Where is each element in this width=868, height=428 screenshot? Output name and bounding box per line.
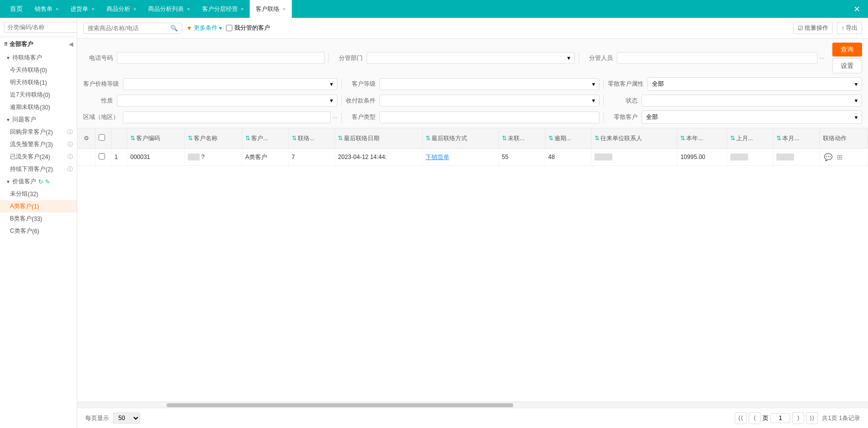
close-tab-product-analysis[interactable]: × [133, 6, 136, 12]
export-button[interactable]: ↑ 导出 [837, 22, 862, 34]
sidebar-search-input[interactable] [4, 22, 77, 33]
select-customer-level[interactable]: ▾ [380, 78, 600, 90]
sidebar-item-repurchase-abnormal[interactable]: 回购异常客户 (2) ⓘ [0, 126, 77, 138]
sidebar-item-churn-warning[interactable]: 流失预警客户 (3) ⓘ [0, 138, 77, 151]
col-unit-contact[interactable]: ⇅往来单位联系人 [592, 128, 677, 149]
main-search-box[interactable]: 🔍 [83, 23, 182, 34]
select-scatter[interactable]: 全部 ▾ [642, 110, 862, 124]
main-search-icon[interactable]: 🔍 [170, 25, 178, 32]
filter-field-customer-type: 客户类型 [346, 111, 600, 123]
sort-date-icon: ⇅ [338, 135, 343, 142]
sidebar-item-churned[interactable]: 已流失客户 (24) ⓘ [0, 151, 77, 163]
sidebar-group-value[interactable]: ▼ 价值客户 ↻ ✎ [0, 175, 77, 188]
sidebar-group-problems[interactable]: ▼ 问题客户 [0, 113, 77, 126]
batch-op-button[interactable]: ☑ 批量操作 [793, 22, 833, 34]
last-page-btn[interactable]: ⟩⟩ [806, 412, 818, 424]
main-search-input[interactable] [88, 25, 170, 32]
edit-icon-value[interactable]: ✎ [45, 178, 50, 185]
close-tab-customer-tier[interactable]: × [241, 6, 244, 12]
manager-dots-btn[interactable]: ··· [819, 54, 824, 61]
refresh-icon-value[interactable]: ↻ [38, 178, 43, 185]
first-page-btn[interactable]: ⟨⟨ [735, 412, 747, 424]
more-filters-btn[interactable]: ▼ 更多条件 ▾ [186, 24, 222, 32]
cell-type: A类客户 [242, 149, 288, 166]
sort-nocontact-icon: ⇅ [502, 135, 507, 142]
sidebar-item-class-c[interactable]: C类客户 (6) [0, 225, 77, 237]
tab-customer-tier[interactable]: 客户分层经营 × [196, 0, 250, 18]
tab-product-analysis-list[interactable]: 商品分析列表 × [142, 0, 196, 18]
col-last-month[interactable]: ⇅上月... [727, 128, 773, 149]
window-close-button[interactable]: ✕ [850, 4, 864, 14]
row-checkbox[interactable] [99, 153, 105, 160]
sort-overdue-icon: ⇅ [548, 135, 553, 142]
page-input[interactable] [770, 413, 790, 423]
col-this-year[interactable]: ⇅本年... [677, 128, 727, 149]
tab-customer-contact[interactable]: 客户联络 × [250, 0, 291, 18]
info-icon-declining: ⓘ [67, 165, 73, 173]
my-customers-check[interactable] [226, 25, 232, 31]
region-dots-btn[interactable]: ··· [332, 114, 337, 121]
col-type[interactable]: ⇅客户... [242, 128, 288, 149]
cell-checkbox[interactable] [96, 149, 111, 166]
select-status[interactable]: ▾ [642, 95, 862, 107]
nav-home[interactable]: 首页 [4, 4, 29, 13]
input-customer-type[interactable] [380, 111, 600, 123]
col-action: 联络动作 [820, 128, 868, 149]
tab-product-analysis[interactable]: 商品分析 × [101, 0, 142, 18]
col-contact[interactable]: ⇅联络... [288, 128, 335, 149]
prev-page-btn[interactable]: ⟨ [749, 412, 760, 424]
scrollbar-thumb[interactable] [166, 403, 513, 407]
batch-icon: ☑ [798, 25, 803, 32]
gear-icon[interactable]: ⚙ [80, 132, 92, 144]
last-method-link[interactable]: 下销货单 [426, 154, 449, 160]
sidebar-item-today-contact[interactable]: 今天待联络 (0) [0, 64, 77, 76]
close-tab-customer-contact[interactable]: × [282, 6, 285, 12]
col-checkbox[interactable] [96, 128, 111, 149]
close-tab-sales-order[interactable]: × [55, 6, 58, 12]
horizontal-scrollbar[interactable] [77, 402, 868, 408]
query-button[interactable]: 查询 [832, 43, 862, 56]
per-page-select[interactable]: 50 20 100 [113, 413, 140, 424]
sidebar-item-class-b[interactable]: B类客户 (33) [0, 213, 77, 225]
select-nature[interactable]: ▾ [117, 95, 337, 107]
tab-sales-order[interactable]: 销售单 × [29, 0, 64, 18]
select-all-checkbox[interactable] [99, 134, 105, 141]
select-scatter-attr[interactable]: 全部 ▾ [648, 77, 862, 91]
col-last-method[interactable]: ⇅最后联络方式 [422, 128, 498, 149]
col-this-month[interactable]: ⇅本月... [773, 128, 820, 149]
input-region[interactable] [123, 111, 330, 123]
qr-icon[interactable]: ⊞ [835, 152, 845, 162]
col-overdue[interactable]: ⇅逾期... [545, 128, 592, 149]
sidebar-all-customers[interactable]: ⠿ 全部客户 ◀ [0, 37, 77, 52]
sidebar-item-unclassified[interactable]: 未分组 (32) [0, 188, 77, 200]
data-table-container: ⚙ ⇅客户编码 ⇅客户名称 ⇅客户... ⇅联络... ⇅最后联络日期 ⇅最后联… [77, 128, 868, 402]
filter-field-scatter-attr: 零散客户属性 全部 ▾ [608, 77, 862, 91]
select-dept[interactable]: ▾ [367, 52, 574, 64]
input-manager[interactable] [617, 52, 817, 64]
my-customers-checkbox[interactable]: 我分管的客户 [226, 24, 270, 32]
close-tab-purchase-order[interactable]: × [91, 6, 94, 12]
col-gear[interactable]: ⚙ [77, 128, 96, 149]
chevron-level-icon: ▾ [592, 81, 595, 88]
col-name[interactable]: ⇅客户名称 [184, 128, 242, 149]
sidebar-item-week-contact[interactable]: 近7天待联络 (0) [0, 89, 77, 101]
select-price-level[interactable]: ▾ [123, 78, 337, 90]
tab-purchase-order[interactable]: 进货单 × [64, 0, 100, 18]
chat-icon[interactable]: 💬 [823, 152, 833, 162]
col-no-contact[interactable]: ⇅未联... [498, 128, 545, 149]
sidebar-item-class-a[interactable]: A类客户 (1) [0, 200, 77, 213]
setting-button[interactable]: 设置 [832, 58, 862, 73]
select-payment[interactable]: ▾ [380, 95, 600, 107]
cell-last-month [727, 149, 773, 166]
cell-last-method[interactable]: 下销货单 [422, 149, 498, 166]
sidebar-item-overdue-contact[interactable]: 逾期未联络 (30) [0, 101, 77, 113]
col-code[interactable]: ⇅客户编码 [127, 128, 185, 149]
sidebar-group-pending[interactable]: ▼ 待联络客户 [0, 52, 77, 64]
input-phone[interactable] [117, 52, 325, 64]
sidebar-item-declining[interactable]: 持续下滑客户 (2) ⓘ [0, 163, 77, 175]
sidebar-item-tomorrow-contact[interactable]: 明天待联络 (1) [0, 76, 77, 89]
next-page-btn[interactable]: ⟩ [792, 412, 804, 424]
customer-table: ⚙ ⇅客户编码 ⇅客户名称 ⇅客户... ⇅联络... ⇅最后联络日期 ⇅最后联… [77, 128, 868, 166]
close-tab-product-analysis-list[interactable]: × [187, 6, 190, 12]
col-last-date[interactable]: ⇅最后联络日期 [335, 128, 422, 149]
